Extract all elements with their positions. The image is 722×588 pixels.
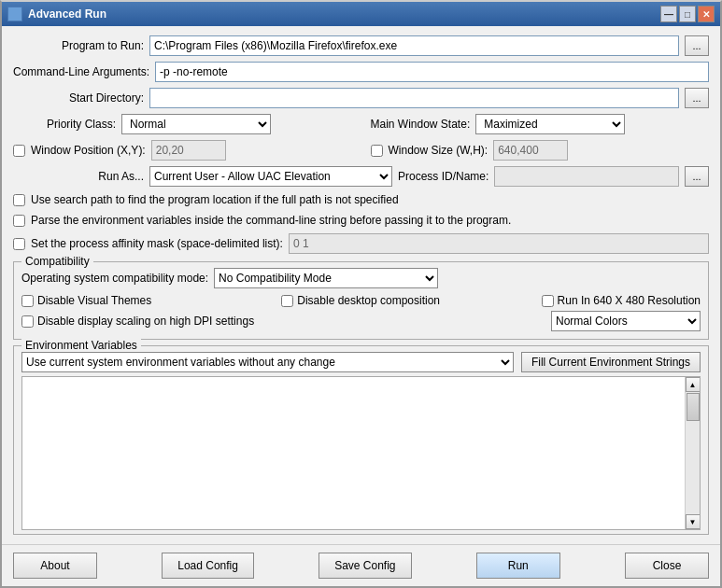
window-position-input[interactable]	[151, 140, 226, 161]
compat-checks-row2: Disable display scaling on high DPI sett…	[21, 311, 701, 331]
window-state-label: Main Window State:	[371, 118, 471, 131]
process-id-input[interactable]	[494, 166, 679, 187]
start-directory-label: Start Directory:	[13, 91, 144, 105]
priority-windowstate-row: Priority Class: Normal Idle Below Normal…	[13, 114, 709, 134]
run-as-label: Run As...	[13, 170, 144, 183]
parse-env-label: Parse the environment variables inside t…	[31, 214, 511, 227]
bottom-bar: About Load Config Save Config Run Close	[2, 544, 720, 586]
disable-desktop-comp-checkbox[interactable]	[281, 295, 293, 307]
disable-visual-themes-checkbox[interactable]	[21, 295, 34, 307]
os-compat-row: Operating system compatibility mode: No …	[21, 268, 701, 288]
compatibility-group-title: Compatibility	[21, 255, 93, 268]
scroll-thumb[interactable]	[687, 393, 700, 421]
close-button[interactable]: Close	[625, 553, 709, 579]
advanced-run-window: Advanced Run — □ ✕ Program to Run: ... C…	[0, 0, 722, 588]
disable-themes-col: Disable Visual Themes	[21, 294, 272, 307]
disable-dpi-label: Disable display scaling on high DPI sett…	[37, 315, 254, 328]
os-compat-select[interactable]: No Compatibility Mode Windows XP Windows…	[214, 268, 438, 288]
run-as-select[interactable]: Current User - Allow UAC Elevation Curre…	[149, 166, 392, 187]
run-640x480-col: Run In 640 X 480 Resolution	[542, 294, 701, 307]
search-path-row: Use search path to find the program loca…	[13, 192, 709, 207]
window-position-checkbox[interactable]	[13, 145, 25, 157]
scroll-up-button[interactable]: ▲	[686, 377, 701, 392]
window-size-label: Window Size (W,H):	[389, 144, 488, 157]
window-title: Advanced Run	[28, 7, 106, 21]
directory-browse-button[interactable]: ...	[685, 88, 709, 108]
close-window-button[interactable]: ✕	[698, 6, 715, 22]
run-640x480-checkbox[interactable]	[542, 295, 554, 307]
affinity-input[interactable]	[289, 233, 709, 254]
title-controls: — □ ✕	[660, 6, 715, 22]
window-position-label: Window Position (X,Y):	[31, 144, 146, 157]
program-to-run-label: Program to Run:	[13, 39, 144, 52]
start-directory-input[interactable]	[149, 88, 679, 108]
save-config-button[interactable]: Save Config	[319, 553, 411, 579]
cmdline-args-input[interactable]	[155, 62, 709, 82]
env-select[interactable]: Use current system environment variables…	[21, 352, 514, 372]
position-size-row: Window Position (X,Y): Window Size (W,H)…	[13, 140, 709, 161]
priority-col: Priority Class: Normal Idle Below Normal…	[13, 114, 352, 134]
parse-env-row: Parse the environment variables inside t…	[13, 213, 709, 228]
os-compat-label: Operating system compatibility mode:	[21, 272, 208, 285]
run-as-row: Run As... Current User - Allow UAC Eleva…	[13, 166, 709, 187]
disable-visual-themes-label: Disable Visual Themes	[37, 294, 151, 307]
size-col: Window Size (W,H):	[371, 140, 710, 161]
position-col: Window Position (X,Y):	[13, 140, 352, 161]
title-bar-left: Advanced Run	[7, 7, 106, 21]
affinity-label: Set the process affinity mask (space-del…	[31, 237, 283, 250]
process-browse-button[interactable]: ...	[685, 166, 709, 187]
compat-checks-row1: Disable Visual Themes Disable desktop co…	[21, 294, 701, 307]
program-to-run-row: Program to Run: ...	[13, 35, 709, 56]
search-path-checkbox[interactable]	[13, 194, 25, 206]
compatibility-group: Compatibility Operating system compatibi…	[13, 261, 709, 340]
minimize-button[interactable]: —	[660, 6, 677, 22]
scroll-track	[686, 392, 700, 514]
environment-variables-group: Environment Variables Use current system…	[13, 345, 709, 535]
program-browse-button[interactable]: ...	[685, 35, 709, 56]
about-button[interactable]: About	[13, 553, 97, 579]
parse-env-checkbox[interactable]	[13, 215, 25, 227]
maximize-button[interactable]: □	[679, 6, 696, 22]
cmdline-args-label: Command-Line Arguments:	[13, 65, 149, 78]
start-directory-row: Start Directory: ...	[13, 88, 709, 108]
fill-env-button[interactable]: Fill Current Environment Strings	[521, 352, 701, 372]
color-select-col: Normal Colors 256 Colors 8-bit (256 Colo…	[551, 311, 701, 331]
window-state-col: Main Window State: Maximized Normal Mini…	[371, 114, 710, 134]
search-path-label: Use search path to find the program loca…	[31, 193, 399, 206]
load-config-button[interactable]: Load Config	[162, 553, 254, 579]
affinity-checkbox[interactable]	[13, 238, 25, 250]
main-content: Program to Run: ... Command-Line Argumen…	[2, 26, 720, 544]
env-textarea[interactable]	[22, 377, 685, 529]
affinity-row: Set the process affinity mask (space-del…	[13, 233, 709, 254]
disable-desktop-comp-col: Disable desktop composition	[281, 294, 531, 307]
window-size-input[interactable]	[493, 140, 568, 161]
cmdline-args-row: Command-Line Arguments:	[13, 62, 709, 82]
env-group-title: Environment Variables	[21, 339, 141, 352]
title-bar: Advanced Run — □ ✕	[2, 2, 720, 26]
priority-select[interactable]: Normal Idle Below Normal Above Normal Hi…	[121, 114, 271, 134]
program-to-run-input[interactable]	[149, 35, 679, 56]
env-textarea-wrapper: ▲ ▼	[21, 376, 701, 530]
window-state-select[interactable]: Maximized Normal Minimized Hidden	[475, 114, 625, 134]
disable-dpi-col: Disable display scaling on high DPI sett…	[21, 315, 542, 328]
run-640x480-label: Run In 640 X 480 Resolution	[558, 294, 701, 307]
priority-label: Priority Class:	[13, 118, 116, 131]
process-id-label: Process ID/Name:	[398, 170, 488, 183]
scroll-down-button[interactable]: ▼	[686, 514, 701, 529]
env-select-row: Use current system environment variables…	[21, 352, 701, 372]
disable-dpi-checkbox[interactable]	[21, 315, 34, 328]
disable-desktop-comp-label: Disable desktop composition	[297, 294, 440, 307]
color-select[interactable]: Normal Colors 256 Colors 8-bit (256 Colo…	[551, 311, 701, 331]
scrollbar[interactable]: ▲ ▼	[685, 377, 700, 529]
run-button[interactable]: Run	[476, 553, 560, 579]
window-icon	[7, 7, 22, 21]
window-size-checkbox[interactable]	[371, 145, 383, 157]
